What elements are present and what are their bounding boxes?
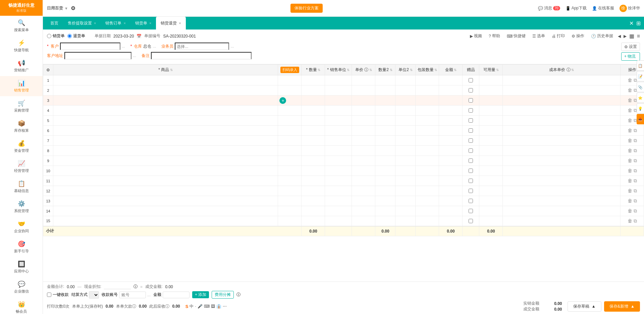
row-product-10[interactable]: [53, 166, 278, 176]
th-available[interactable]: 可用量: [479, 65, 503, 75]
tab-close-all-btn[interactable]: ✕: [629, 19, 634, 27]
row-price-3[interactable]: [352, 96, 375, 106]
tab-sales-delivery[interactable]: 销货单 ×: [130, 17, 156, 29]
row-cost-10[interactable]: [503, 166, 621, 176]
settlement-select[interactable]: [89, 291, 99, 299]
row-qty2-7[interactable]: [375, 136, 395, 146]
warehouse-lookup-btn[interactable]: ...: [153, 44, 156, 49]
row-qty2-12[interactable]: [375, 186, 395, 196]
row-unit-1[interactable]: [325, 75, 352, 85]
row-cost-3[interactable]: [503, 96, 621, 106]
row-delete-7[interactable]: 🗑: [628, 138, 632, 143]
save-draft-arrow[interactable]: ▲: [592, 304, 596, 309]
row-delete-11[interactable]: 🗑: [628, 178, 632, 184]
row-qty-13[interactable]: [302, 196, 325, 206]
sidebar-item-search[interactable]: 🔍 搜索菜单: [0, 16, 43, 36]
one-key-checkbox[interactable]: [47, 293, 51, 297]
tab-sales-return-close[interactable]: ×: [179, 21, 181, 25]
row-cost-2[interactable]: [503, 85, 621, 96]
row-price-5[interactable]: [352, 116, 375, 126]
prev-record-icon[interactable]: ◀: [618, 34, 621, 39]
row-copy-9[interactable]: ⧉: [634, 158, 637, 164]
row-copy-13[interactable]: ⧉: [634, 198, 637, 204]
row-copy-4[interactable]: ⧉: [634, 108, 637, 113]
row-copy-15[interactable]: ⧉: [634, 218, 637, 224]
row-qty-15[interactable]: [302, 216, 325, 226]
row-delete-8[interactable]: 🗑: [628, 148, 632, 153]
sidebar-item-marketing[interactable]: 📢 营销推广: [0, 56, 43, 76]
row-available-3[interactable]: [479, 96, 503, 106]
row-qty-4[interactable]: [302, 106, 325, 116]
shortcut-btn[interactable]: ⌨ 快捷键: [505, 32, 528, 40]
row-unit2-9[interactable]: [395, 156, 416, 166]
row-unit2-7[interactable]: [395, 136, 416, 146]
row-copy-5[interactable]: ⧉: [634, 118, 637, 123]
address-input[interactable]: [64, 52, 131, 59]
address-lookup-btn[interactable]: ...: [133, 53, 136, 58]
row-amount-1[interactable]: [439, 75, 463, 85]
row-pkg-6[interactable]: [416, 126, 439, 136]
row-pkg-5[interactable]: [416, 116, 439, 126]
row-available-6[interactable]: [479, 126, 503, 136]
row-copy-10[interactable]: ⧉: [634, 168, 637, 174]
row-qty-3[interactable]: [302, 96, 325, 106]
th-price[interactable]: 单价 ⓘ: [352, 65, 375, 75]
row-delete-9[interactable]: 🗑: [628, 158, 632, 164]
row-available-14[interactable]: [479, 206, 503, 216]
row-cost-14[interactable]: [503, 206, 621, 216]
row-qty2-13[interactable]: [375, 196, 395, 206]
row-qty-6[interactable]: [302, 126, 325, 136]
row-price-1[interactable]: [352, 75, 375, 85]
row-pkg-7[interactable]: [416, 136, 439, 146]
row-amount-2[interactable]: [439, 85, 463, 96]
payment-amount-input[interactable]: [163, 292, 190, 298]
right-panel-btn-4[interactable]: ⭐: [637, 92, 644, 103]
row-qty2-1[interactable]: [375, 75, 395, 85]
th-settings[interactable]: ⚙: [43, 65, 53, 75]
row-pkg-9[interactable]: [416, 156, 439, 166]
row-copy-6[interactable]: ⧉: [634, 128, 637, 133]
gift-checkbox-1[interactable]: [469, 78, 473, 82]
row-qty2-15[interactable]: [375, 216, 395, 226]
tab-sales-delivery-close[interactable]: ×: [149, 21, 151, 25]
notes-input[interactable]: [151, 52, 252, 59]
account-lookup-btn[interactable]: ...: [147, 293, 151, 297]
right-panel-btn-6[interactable]: 📤: [637, 114, 644, 124]
row-delete-15[interactable]: 🗑: [628, 218, 632, 224]
row-copy-1[interactable]: ⧉: [634, 77, 637, 83]
radio-sales-input[interactable]: [47, 34, 51, 38]
add-row-btn[interactable]: +: [279, 97, 286, 104]
sidebar-item-system[interactable]: ⚙️ 系统管理: [0, 197, 43, 217]
customer-input[interactable]: [60, 43, 120, 50]
row-pkg-15[interactable]: [416, 216, 439, 226]
row-amount-13[interactable]: [439, 196, 463, 206]
row-cost-5[interactable]: [503, 116, 621, 126]
salesperson-lookup-btn[interactable]: ...: [230, 44, 234, 49]
row-amount-11[interactable]: [439, 176, 463, 186]
gift-checkbox-12[interactable]: [469, 189, 473, 193]
th-pkg-qty[interactable]: 包装数量: [416, 65, 439, 75]
row-unit2-5[interactable]: [395, 116, 416, 126]
row-product-12[interactable]: [53, 186, 278, 196]
gift-checkbox-13[interactable]: [469, 199, 473, 203]
row-product-11[interactable]: [53, 176, 278, 186]
right-panel-btn-2[interactable]: 📝: [637, 71, 644, 81]
row-cost-6[interactable]: [503, 126, 621, 136]
video-btn[interactable]: ▶ 视频: [468, 32, 484, 40]
row-qty-5[interactable]: [302, 116, 325, 126]
row-pkg-2[interactable]: [416, 85, 439, 96]
row-unit-8[interactable]: [325, 146, 352, 156]
row-unit2-6[interactable]: [395, 126, 416, 136]
gift-checkbox-10[interactable]: [469, 169, 473, 173]
online-service-btn[interactable]: 👤 在线客服: [592, 5, 614, 11]
row-amount-5[interactable]: [439, 116, 463, 126]
row-product-8[interactable]: [53, 146, 278, 156]
row-delete-10[interactable]: 🗑: [628, 168, 632, 174]
gift-checkbox-15[interactable]: [469, 219, 473, 223]
row-unit2-13[interactable]: [395, 196, 416, 206]
row-cost-9[interactable]: [503, 156, 621, 166]
row-product-1[interactable]: [53, 75, 278, 85]
row-qty2-5[interactable]: [375, 116, 395, 126]
row-pkg-12[interactable]: [416, 186, 439, 196]
row-unit2-15[interactable]: [395, 216, 416, 226]
